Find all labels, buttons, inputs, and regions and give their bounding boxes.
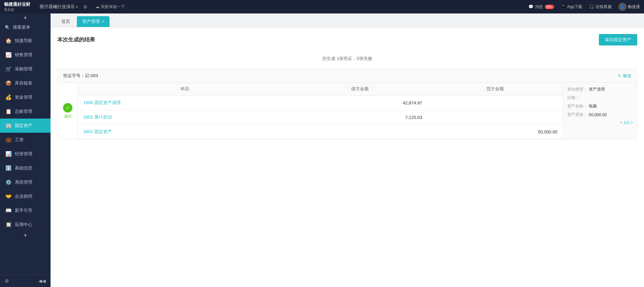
change-type-row: 变动类型： 资产清理 [567,87,633,92]
experience-label: 我要体验一下 [101,4,125,10]
prev-page-icon[interactable]: < [620,120,623,125]
tab-home[interactable]: 首页 [56,16,75,27]
experience-button[interactable]: ☁ 我要体验一下 [95,4,125,10]
sidebar-item-guide[interactable]: 📖 新手引导 [0,203,51,218]
user-item[interactable]: 👤 畅捷通 [618,3,640,11]
pagination: < 1/1 > [567,120,633,125]
sales-icon: 📈 [5,52,11,58]
tab-asset-management-label: 资产管理 [82,19,100,25]
sidebar-scroll-down[interactable]: ▼ [0,232,51,239]
sidebar-label-cooperation: 企业协同 [15,193,32,199]
change-type-label: 变动类型： [567,87,589,92]
sidebar-collapse-icon[interactable]: ◀◀ [38,278,46,284]
cloud-icon: ☁ [95,4,99,9]
edition-text: 普及版 [4,7,30,12]
app-download-item[interactable]: 📱 App下载 [561,4,582,10]
basic-info-icon: ℹ️ [5,165,11,171]
sidebar-item-system[interactable]: ⚙️ 系统管理 [0,175,51,189]
sidebar-item-fund[interactable]: 💰 资金管理 [0,90,51,104]
inventory-icon: 📦 [5,80,11,86]
page-title: 本次生成的结果 [57,36,95,43]
guide-icon: 📖 [5,208,11,214]
fixed-assets-icon: 🏢 [5,123,11,129]
sidebar-label-system: 系统管理 [15,179,32,185]
right-panel: 变动类型： 资产清理 日期： 资产名称： 电脑 资产原值： [563,83,637,139]
logo-area: 畅捷通好业财 普及版 [4,1,30,12]
sidebar-item-quick-nav[interactable]: 🏠 快捷导航 [0,34,51,48]
system-icon: ⚙️ [5,179,11,185]
change-type-value: 资产清理 [589,87,605,92]
gear-icon[interactable]: ⚙ [83,4,87,9]
subject-cell-1[interactable]: 1606 固定资产清理 [78,96,293,110]
credit-cell-2 [428,110,563,125]
expand-button[interactable]: ⤢ [631,31,639,39]
sidebar-item-purchase[interactable]: 🛒 采购管理 [0,62,51,76]
page-header: 本次生成的结果 返回固定资产 [57,34,637,45]
app-download-label: App下载 [567,4,582,10]
summary-bar: 共生成 1张凭证，0张失败 [57,52,637,65]
date-row: 日期： [567,95,633,101]
online-service-item[interactable]: 🎧 在线客服 [589,4,612,10]
close-button[interactable]: ✕ [621,31,628,39]
avatar: 👤 [618,3,626,11]
sidebar-item-inventory[interactable]: 📦 库存核算 [0,76,51,90]
tab-bar: 首页 资产管理 × [51,13,644,27]
sidebar-item-cooperation[interactable]: 🤝 企业协同 [0,189,51,203]
sidebar-bottom: ⚙ ◀◀ [0,275,51,287]
sidebar-label-search: 搜索菜单 [13,24,30,30]
sidebar-label-inventory: 库存核算 [15,80,32,86]
subject-cell-2[interactable]: 1602 累计折旧 [78,110,293,125]
table-row: 1601 固定资产 50,000.00 [78,125,563,139]
online-service-label: 在线客服 [595,4,612,10]
sidebar-item-search[interactable]: 🔍 搜索菜单 [0,21,51,34]
sidebar-item-fixed-assets[interactable]: 🏢 固定资产 [0,119,51,133]
header-right: 💬 消息 99+ 📱 App下载 🎧 在线客服 👤 畅捷通 [528,3,640,11]
tab-asset-management[interactable]: 资产管理 × [77,16,110,27]
sidebar-item-ledger[interactable]: 📋 总账管理 [0,104,51,119]
table-row: 1606 固定资产清理 42,874.97 [78,96,563,110]
sidebar-item-operation[interactable]: 📊 经营管理 [0,147,51,161]
voucher-table: 科目 借方金额 贷方金额 1606 固定资产清理 42,874.97 [78,83,563,139]
sidebar-label-fixed-assets: 固定资产 [15,123,32,129]
original-value-label: 资产原值： [567,112,589,118]
sidebar: ▲ 🔍 搜索菜单 🏠 快捷导航 📈 销售管理 🛒 采购管理 📦 库存核算 💰 资… [0,13,51,287]
sidebar-item-sales[interactable]: 📈 销售管理 [0,48,51,62]
checkmark-icon: ✓ [66,105,70,110]
sidebar-label-sales: 销售管理 [15,52,32,58]
edit-label: 修改 [623,73,632,79]
asset-name-value: 电脑 [589,103,597,109]
sidebar-scroll-up[interactable]: ▲ [0,13,51,21]
sidebar-item-basic-info[interactable]: ℹ️ 基础信息 [0,161,51,175]
fund-icon: 💰 [5,94,11,100]
page-indicator: 1/1 [624,120,631,125]
debit-cell-1: 42,874.97 [293,96,428,110]
window-controls: ✕ ⤢ [621,31,639,39]
purchase-icon: 🛒 [5,66,11,72]
sidebar-item-app-center[interactable]: 🔲 应用中心 [0,218,51,232]
subject-cell-3[interactable]: 1601 固定资产 [78,125,293,139]
message-icon: 💬 [528,4,533,9]
sidebar-settings-icon[interactable]: ⚙ [5,278,9,284]
ledger-icon: 📋 [5,108,11,115]
edit-button[interactable]: ✎ 修改 [618,73,632,79]
table-body: 1606 固定资产清理 42,874.97 1602 累计折旧 7,125.03 [78,96,563,139]
chevron-down-icon: ▾ [76,5,78,9]
edit-icon: ✎ [618,73,621,78]
status-column: ✓ 成功 [58,83,78,139]
next-page-icon[interactable]: > [631,120,633,125]
table-row: 1602 累计折旧 7,125.03 [78,110,563,125]
col-subject: 科目 [78,83,293,96]
voucher-table-wrap: 科目 借方金额 贷方金额 1606 固定资产清理 42,874.97 [78,83,563,139]
sidebar-label-quick-nav: 快捷导航 [15,38,32,44]
voucher-body: ✓ 成功 科目 借方金额 贷方金额 [58,83,637,139]
sidebar-item-salary[interactable]: 💼 工资 [0,133,51,147]
sidebar-label-app-center: 应用中心 [15,222,32,228]
summary-text: 共生成 1张凭证，0张失败 [322,56,372,61]
sidebar-label-fund: 资金管理 [15,94,32,100]
message-item[interactable]: 💬 消息 99+ [528,4,554,10]
top-header: 畅捷通好业财 普及版 医疗器械行业演示 ▾ ⚙ ☁ 我要体验一下 💬 消息 99… [0,0,644,13]
message-label: 消息 [535,4,543,10]
date-label: 日期： [567,95,589,101]
tab-close-icon[interactable]: × [102,19,104,24]
company-selector[interactable]: 医疗器械行业演示 ▾ [40,4,78,10]
